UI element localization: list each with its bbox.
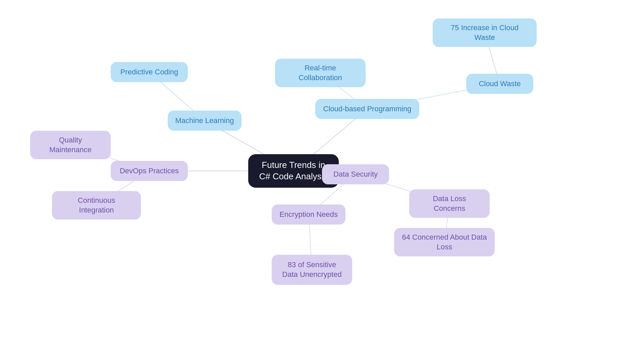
node-label-encryption_needs: Encryption Needs [279, 210, 338, 220]
node-quality_maintenance: Quality Maintenance [30, 131, 111, 159]
node-predictive_coding: Predictive Coding [111, 62, 188, 82]
node-label-data_loss_concerns: Data Loss Concerns [417, 194, 482, 213]
node-concerned_data_loss: 64 Concerned About Data Loss [394, 228, 495, 256]
node-label-machine_learning: Machine Learning [175, 116, 234, 126]
mindmap-container: Future Trends in C# Code AnalysisPredict… [0, 0, 644, 363]
node-label-realtime_collab: Real-time Collaboration [282, 63, 358, 82]
node-label-devops_practices: DevOps Practices [120, 166, 179, 176]
node-devops_practices: DevOps Practices [111, 161, 188, 181]
node-label-predictive_coding: Predictive Coding [120, 67, 178, 77]
node-increase_cloud_waste: 75 Increase in Cloud Waste [433, 18, 537, 47]
node-label-sensitive_data: 83 of Sensitive Data Unencrypted [279, 260, 345, 279]
node-label-continuous_integration: Continuous Integration [59, 196, 133, 215]
node-data_loss_concerns: Data Loss Concerns [409, 189, 490, 218]
node-label-concerned_data_loss: 64 Concerned About Data Loss [401, 233, 487, 252]
node-realtime_collab: Real-time Collaboration [275, 59, 366, 87]
node-label-quality_maintenance: Quality Maintenance [38, 135, 103, 155]
node-cloud_waste_node: Cloud Waste [466, 74, 533, 94]
node-continuous_integration: Continuous Integration [52, 191, 141, 220]
node-sensitive_data: 83 of Sensitive Data Unencrypted [272, 255, 352, 285]
node-label-increase_cloud_waste: 75 Increase in Cloud Waste [440, 23, 529, 42]
node-label-cloud_based: Cloud-based Programming [323, 104, 412, 114]
node-cloud_based: Cloud-based Programming [315, 99, 419, 119]
node-label-cloud_waste_node: Cloud Waste [479, 79, 521, 89]
node-label-center: Future Trends in C# Code Analysis [256, 160, 331, 182]
node-encryption_needs: Encryption Needs [272, 204, 345, 225]
node-label-data_security: Data Security [333, 170, 378, 179]
node-data_security: Data Security [322, 164, 389, 184]
node-machine_learning: Machine Learning [168, 111, 241, 131]
